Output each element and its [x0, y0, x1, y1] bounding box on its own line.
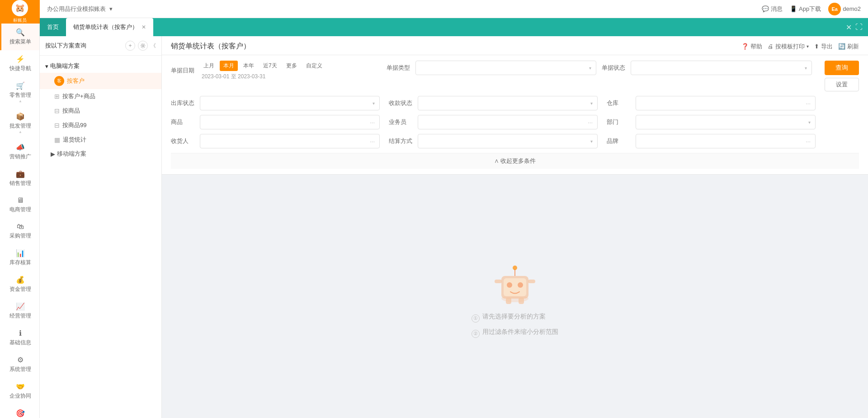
- add-scheme-button[interactable]: +: [125, 41, 135, 51]
- tree-group-mobile-chevron: ▶: [51, 151, 55, 157]
- export-button[interactable]: ⬆ 导出: [814, 43, 833, 51]
- filter-row-3: 商品 ··· 业务员 ···: [171, 115, 859, 129]
- right-panel: 销货单统计表（按客户） ❓ 帮助 🖨 按模板打印 ▾ ⬆ 导出: [162, 36, 868, 418]
- tab-close-button[interactable]: ✕: [142, 24, 146, 30]
- finance-icon: 💰: [16, 276, 25, 284]
- left-panel: 按以下方案查询 + 《 ▾ 电脑端方案 客 按: [40, 36, 162, 418]
- help-button[interactable]: ❓ 帮助: [741, 43, 762, 51]
- goods-label: 商品: [171, 118, 200, 126]
- tree-group-desktop-header[interactable]: ▾ 电脑端方案: [40, 59, 161, 73]
- tab-home[interactable]: 首页: [40, 18, 66, 36]
- empty-hint-num-2: ②: [472, 330, 480, 338]
- dropdown-icon[interactable]: ▾: [109, 5, 113, 12]
- settings-scheme-button[interactable]: [138, 41, 148, 51]
- dept-select[interactable]: ▾: [636, 115, 816, 129]
- help-label: 帮助: [750, 43, 762, 51]
- print-dropdown-icon: ▾: [807, 44, 809, 49]
- refresh-button[interactable]: 🔄 刷新: [838, 43, 859, 51]
- user-area[interactable]: Ea demo2: [828, 3, 861, 15]
- empty-hint-2: 用过滤条件来缩小分析范围: [482, 328, 558, 336]
- brand-select[interactable]: ···: [636, 134, 816, 148]
- sidebar-item-purchase[interactable]: 🛍 采购管理: [0, 218, 39, 244]
- salesperson-select[interactable]: ···: [418, 115, 598, 129]
- content-area: 按以下方案查询 + 《 ▾ 电脑端方案 客 按: [40, 36, 868, 418]
- tree-group-desktop: ▾ 电脑端方案 客 按客户 ⊞ 按客户+商品 ⊟ 按商品: [40, 59, 161, 147]
- app-download-button[interactable]: 📱 App下载: [790, 5, 821, 13]
- warehouse-select[interactable]: ···: [636, 96, 816, 110]
- sidebar-item-operation[interactable]: 📈 经营管理: [0, 298, 39, 324]
- date-tab-this-month[interactable]: 本月: [220, 61, 238, 71]
- goods-select[interactable]: ···: [200, 115, 380, 129]
- date-tab-7days[interactable]: 近7天: [259, 61, 281, 71]
- sidebar-item-sales[interactable]: 💼 销售管理: [0, 165, 39, 192]
- tab-expand-button[interactable]: ⛶: [855, 23, 863, 31]
- tab-close-all-button[interactable]: ✕: [846, 23, 852, 32]
- date-tab-more[interactable]: 更多: [283, 61, 301, 71]
- payment-method-select[interactable]: ▾: [418, 134, 598, 148]
- marketing-icon: 📣: [16, 143, 25, 152]
- message-button[interactable]: 💬 消息: [762, 5, 783, 13]
- tree-item-by-goods[interactable]: ⊟ 按商品: [40, 104, 161, 118]
- by-goods-icon: ⊟: [54, 107, 60, 114]
- sidebar-item-basic-label: 基础信息: [9, 339, 31, 347]
- sidebar-item-sales-label: 销售管理: [9, 180, 31, 187]
- sidebar-item-basic[interactable]: ℹ 基础信息: [0, 324, 39, 351]
- sidebar-item-finance[interactable]: 💰 资金管理: [0, 271, 39, 298]
- avatar: Ea: [828, 3, 841, 15]
- sidebar-item-ecommerce[interactable]: 🖥 电商管理: [0, 192, 39, 218]
- svg-rect-9: [528, 280, 535, 283]
- doc-type-select[interactable]: ▾: [415, 61, 597, 75]
- sidebar-item-enterprise[interactable]: 🤝 企业协同: [0, 378, 39, 404]
- tab-sales-stat[interactable]: 销货单统计表（按客户） ✕: [66, 18, 153, 36]
- sidebar-item-inventory[interactable]: 📊 库存核算: [0, 244, 39, 271]
- out-status-chevron: ▾: [373, 101, 375, 106]
- doc-status-select[interactable]: ▾: [631, 61, 812, 75]
- receiver-select[interactable]: ···: [200, 134, 380, 148]
- brand-dots: ···: [806, 138, 811, 145]
- date-tab-custom[interactable]: 自定义: [302, 61, 326, 71]
- tree-item-by-customer-goods-label: 按客户+商品: [62, 92, 95, 100]
- tree-item-by-goods-99[interactable]: ⊟ 按商品99: [40, 118, 161, 133]
- collapse-panel-button[interactable]: 《: [151, 42, 156, 50]
- sidebar-item-retail[interactable]: 🛒 零售管理 ▲: [0, 77, 39, 108]
- warehouse-label: 仓库: [607, 99, 636, 107]
- sidebar-item-wholesale[interactable]: 📦 批发管理 ▲: [0, 108, 39, 138]
- payment-method-label: 结算方式: [389, 137, 418, 145]
- doc-status-label: 单据状态: [602, 64, 631, 72]
- date-tab-this-year[interactable]: 本年: [240, 61, 258, 71]
- page-actions: ❓ 帮助 🖨 按模板打印 ▾ ⬆ 导出 🔄 刷新: [741, 43, 859, 51]
- query-button[interactable]: 查询: [825, 61, 859, 75]
- tree-group-desktop-chevron: ▾: [45, 63, 48, 70]
- setting-button[interactable]: 设置: [825, 78, 859, 91]
- query-btn-area: 查询 设置: [825, 61, 859, 91]
- tree-item-by-customer[interactable]: 客 按客户: [40, 73, 161, 89]
- operation-icon: 📈: [16, 302, 25, 311]
- out-status-select[interactable]: ▾: [200, 96, 380, 110]
- sidebar-item-search[interactable]: 🔍 搜索菜单: [0, 24, 39, 50]
- collapse-more-button[interactable]: ∧ 收起更多条件: [171, 153, 859, 169]
- dept-chevron: ▾: [808, 120, 811, 125]
- tree-item-return-stat[interactable]: ▦ 退货统计: [40, 133, 161, 147]
- receipt-status-select[interactable]: ▾: [418, 96, 598, 110]
- sidebar-item-marketing-label: 营销推广: [9, 153, 31, 161]
- print-button[interactable]: 🖨 按模板打印 ▾: [768, 43, 809, 51]
- sidebar-item-marketing[interactable]: 📣 营销推广: [0, 138, 39, 165]
- tree-group-mobile-label: 移动端方案: [57, 150, 86, 158]
- tab-sales-stat-label: 销货单统计表（按客户）: [73, 23, 138, 31]
- tree-group-mobile-header[interactable]: ▶ 移动端方案: [40, 147, 161, 161]
- top-header: 办公用品行业模拟账表 ▾ 💬 消息 📱 App下载 Ea demo2: [40, 0, 868, 18]
- tree-item-by-customer-goods[interactable]: ⊞ 按客户+商品: [40, 89, 161, 104]
- newbie-icon: 🎯: [16, 409, 25, 418]
- sidebar-item-newbie[interactable]: 🎯 新手引导: [0, 404, 39, 418]
- download-icon: 📱: [790, 5, 797, 12]
- sidebar-item-operation-label: 经营管理: [9, 312, 31, 320]
- sidebar-item-system[interactable]: ⚙ 系统管理: [0, 351, 39, 378]
- return-stat-icon: ▦: [54, 136, 60, 143]
- tree-item-by-goods-99-label: 按商品99: [62, 121, 86, 129]
- by-goods-99-icon: ⊟: [54, 122, 60, 129]
- purchase-icon: 🛍: [17, 223, 24, 231]
- sidebar-item-quick-nav[interactable]: ⚡ 快捷导航: [0, 50, 39, 77]
- sidebar-item-system-label: 系统管理: [9, 366, 31, 373]
- sidebar-item-wholesale-label: 批发管理: [9, 122, 31, 130]
- date-tab-last-month[interactable]: 上月: [200, 61, 218, 71]
